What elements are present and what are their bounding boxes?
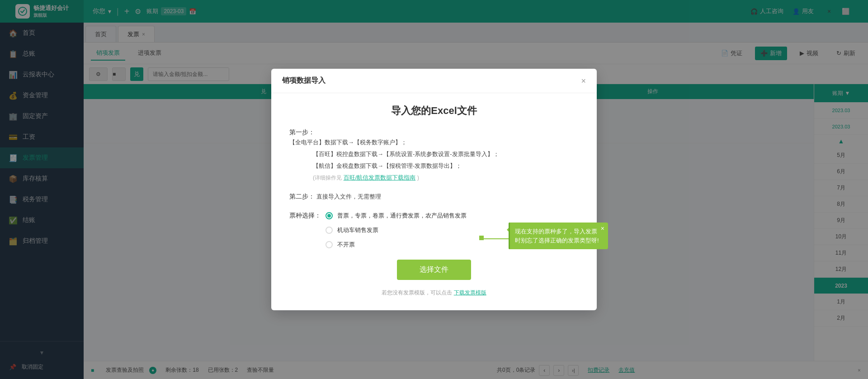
radio-noinvoice-circle: [326, 241, 333, 248]
step1-content: 【全电平台】数据下载→【税务数字账户】； 【百旺】税控盘数据下载→【系统设置-系…: [289, 137, 579, 172]
step1-label: 第一步：: [289, 128, 315, 136]
radio-group: 普票，专票，卷票，通行费发票，农产品销售发票 机动车销售发票 ×: [326, 212, 579, 249]
import-modal: 销项数据导入 × 导入您的Excel文件 第一步： 【全电平台】数据下载→【税务…: [271, 69, 597, 310]
tooltip-text: 现在支持的票种多了，导入发票时别忘了选择正确的发票类型呀!: [515, 228, 599, 244]
step1-line3: 【航信】金税盘数据下载→【报税管理-发票数据导出】；: [289, 160, 462, 172]
download-template-link[interactable]: 下载发票模版: [454, 289, 486, 296]
tooltip-box: × 现在支持的票种多了，导入发票时别忘了选择正确的发票类型呀!: [509, 223, 608, 249]
tooltip-dot: [479, 236, 484, 240]
step1-line1: 【全电平台】数据下载→【税务数字账户】；: [289, 139, 407, 146]
radio-common-circle: [326, 212, 333, 219]
modal-footer-note: 若您没有发票模版，可以点击 下载发票模版: [289, 289, 579, 297]
radio-noinvoice-label: 不开票: [337, 241, 355, 249]
radio-common-label: 普票，专票，卷票，通行费发票，农产品销售发票: [337, 212, 467, 220]
step1-note-link[interactable]: 百旺/航信发票数据下载指南: [344, 174, 416, 181]
modal-body: 导入您的Excel文件 第一步： 【全电平台】数据下载→【税务数字账户】； 【百…: [271, 93, 597, 310]
modal-title: 销项数据导入: [282, 76, 326, 85]
modal-overlay: 销项数据导入 × 导入您的Excel文件 第一步： 【全电平台】数据下载→【税务…: [0, 0, 868, 379]
radio-common-dot: [327, 214, 331, 218]
step1-line2: 【百旺】税控盘数据下载→【系统设置-系统参数设置-发票批量导入】；: [289, 148, 499, 160]
modal-header: 销项数据导入 ×: [271, 69, 597, 93]
step2-section: 第二步： 直接导入文件，无需整理: [289, 191, 579, 203]
step1-note: (详细操作见 百旺/航信发票数据下载指南 ): [289, 174, 579, 182]
footer-note-prefix: 若您没有发票模版，可以点击: [382, 289, 452, 296]
ticket-label: 票种选择：: [289, 212, 321, 219]
tooltip-bar: [509, 223, 510, 249]
radio-motor-circle: [326, 227, 333, 234]
tooltip-close-button[interactable]: ×: [601, 225, 604, 232]
step1-note-suffix: ): [417, 175, 419, 181]
step2-content: 直接导入文件，无需整理: [316, 193, 381, 200]
select-file-button[interactable]: 选择文件: [397, 260, 471, 280]
step1-note-prefix: (详细操作见: [313, 175, 342, 181]
tooltip-wrapper: × 现在支持的票种多了，导入发票时别忘了选择正确的发票类型呀!: [479, 223, 608, 249]
radio-motor[interactable]: 机动车销售发票 × 现在支持的票种多了，导入发票时别忘了选择正确的发票类型呀!: [326, 226, 579, 234]
radio-motor-label: 机动车销售发票: [337, 226, 378, 234]
modal-close-button[interactable]: ×: [581, 77, 586, 85]
step1-section: 第一步： 【全电平台】数据下载→【税务数字账户】； 【百旺】税控盘数据下载→【系…: [289, 128, 579, 182]
ticket-section: 票种选择： 普票，专票，卷票，通行费发票，农产品销售发票 机动车销售发票: [289, 212, 579, 249]
step2-label: 第二步：: [289, 193, 315, 200]
tooltip-line: [484, 238, 509, 239]
modal-main-title: 导入您的Excel文件: [289, 104, 579, 118]
radio-common[interactable]: 普票，专票，卷票，通行费发票，农产品销售发票: [326, 212, 579, 220]
